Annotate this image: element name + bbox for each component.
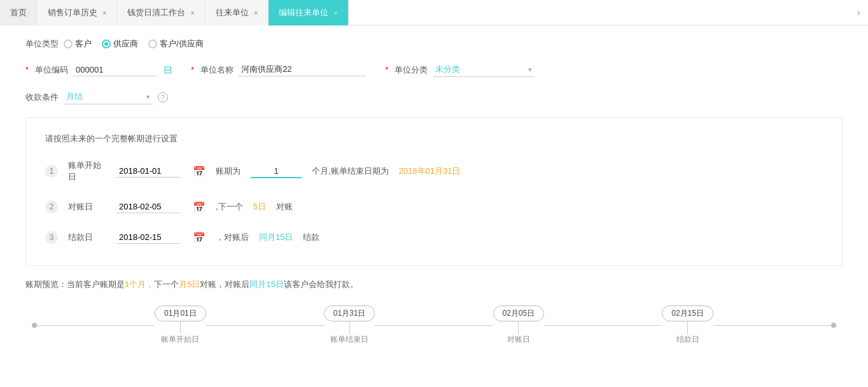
preview-months: 1个月， (125, 279, 154, 289)
radio-supplier-circle (102, 39, 111, 48)
radio-both-circle (148, 39, 157, 48)
period-payment-cal-icon[interactable]: 📅 (193, 232, 206, 244)
payment-terms-value: 月结 (66, 91, 143, 102)
period-num-3: 3 (45, 231, 58, 244)
preview-mid2: 对账，对账后 (200, 279, 249, 289)
period-start-cal-icon[interactable]: 📅 (193, 165, 206, 178)
period-start-suffix: 账期为 (216, 165, 241, 177)
unit-type-row: 单位类型 客户 供应商 客户/供应商 (25, 38, 843, 50)
unit-code-input[interactable] (73, 64, 156, 76)
tab-edit-contacts[interactable]: 编辑往来单位 × (269, 0, 348, 25)
radio-customer-label: 客户 (75, 38, 92, 50)
period-reconcile-suffix: 对账 (276, 201, 293, 213)
unit-type-label: 单位类型 (25, 38, 59, 50)
payment-terms-label: 收款条件 (25, 92, 59, 103)
timeline-node-2: 01月31日 账单结束日 (324, 306, 375, 345)
unit-category-value: 未分类 (435, 64, 524, 75)
payment-terms-row: 收款条件 月结 ▾ ? (25, 90, 843, 104)
timeline-start-dot (32, 323, 37, 328)
radio-customer-circle (64, 39, 73, 48)
timeline-pill-1: 01月01日 (155, 306, 206, 321)
timeline-pill-2: 01月31日 (324, 306, 375, 321)
unit-category-label: 单位分类 (395, 64, 428, 76)
preview-day2: 同月15日 (249, 279, 283, 289)
tab-contacts[interactable]: 往来单位 × (206, 0, 269, 25)
timeline-label-2: 账单结束日 (330, 334, 368, 345)
period-payment-suffix: 结款 (303, 232, 319, 243)
unit-category-star: * (385, 65, 388, 74)
payment-terms-help-icon[interactable]: ? (158, 92, 168, 102)
period-card-title: 请按照未来的一个完整帐期进行设置 (45, 133, 823, 144)
unit-name-input[interactable] (239, 64, 366, 76)
period-month-input[interactable] (251, 165, 302, 178)
tab-home[interactable]: 首页 (0, 0, 38, 25)
period-label-1: 账单开始日 (68, 160, 106, 183)
tab-edit-contacts-close[interactable]: × (333, 9, 337, 17)
unit-name-label: 单位名称 (200, 64, 234, 76)
radio-supplier-label: 供应商 (113, 38, 138, 50)
preview-section: 账期预览：当前客户账期是1个月，下一个月5日对账，对账后同月15日该客户会给我打… (25, 279, 843, 345)
tab-contacts-label: 往来单位 (216, 7, 249, 18)
period-row-3: 3 结款日 📅 ，对账后 同月15日 结款 (45, 231, 823, 244)
timeline-line-1 (37, 325, 155, 326)
unit-name-star: * (191, 65, 194, 74)
radio-both-label: 客户/供应商 (160, 38, 204, 50)
tab-cash-work[interactable]: 钱货日清工作台 × (117, 0, 205, 25)
timeline-pill-4: 02月15日 (662, 306, 713, 321)
payment-terms-item: 收款条件 月结 ▾ ? (25, 90, 168, 104)
timeline-end-dot (831, 323, 836, 328)
payment-terms-select[interactable]: 月结 ▾ (64, 90, 153, 104)
tab-cash-work-label: 钱货日清工作台 (127, 7, 185, 18)
timeline-node-4: 02月15日 结款日 (662, 306, 713, 345)
unit-category-chevron-icon: ▾ (528, 66, 532, 74)
period-row-2: 2 对账日 📅 ,下一个 5日 对账 (45, 201, 823, 213)
period-reconcile-prefix: ,下一个 (216, 201, 243, 213)
tab-contacts-close[interactable]: × (254, 9, 258, 17)
tab-cash-work-close[interactable]: × (190, 9, 194, 17)
radio-customer[interactable]: 客户 (64, 38, 92, 50)
period-reconcile-cal-icon[interactable]: 📅 (193, 201, 206, 213)
timeline-label-1: 账单开始日 (161, 334, 199, 345)
period-reconcile-date-input[interactable] (116, 201, 180, 213)
timeline-line-4 (544, 325, 662, 326)
period-payment-prefix: ，对账后 (216, 232, 249, 243)
timeline-label-4: 结款日 (676, 334, 699, 345)
timeline-label-3: 对账日 (507, 334, 530, 345)
period-reconcile-day-highlight: 5日 (253, 201, 266, 213)
tabs-bar: 首页 销售订单历史 × 钱货日清工作台 × 往来单位 × 编辑往来单位 × › (0, 0, 868, 25)
period-month-desc: 个月,账单结束日期为 (312, 165, 389, 177)
tab-sales-history-close[interactable]: × (102, 9, 106, 17)
timeline-node-3-line (518, 321, 519, 334)
unit-type-item: 单位类型 客户 供应商 客户/供应商 (25, 38, 204, 50)
tab-sales-history[interactable]: 销售订单历史 × (38, 0, 117, 25)
timeline-line-3 (375, 325, 493, 326)
preview-text: 账期预览：当前客户账期是1个月，下一个月5日对账，对账后同月15日该客户会给我打… (25, 279, 843, 290)
unit-category-item: * 单位分类 未分类 ▾ (385, 62, 535, 77)
unit-code-star: * (25, 65, 29, 74)
period-num-2: 2 (45, 201, 58, 213)
timeline-node-4-line (687, 321, 688, 334)
period-payment-date-input[interactable] (116, 231, 180, 244)
timeline-node-2-line (349, 321, 350, 334)
tab-more-button[interactable]: › (850, 0, 868, 25)
period-start-date-input[interactable] (116, 165, 180, 178)
preview-prefix: 账期预览：当前客户账期是 (25, 279, 125, 289)
period-card: 请按照未来的一个完整帐期进行设置 1 账单开始日 📅 账期为 个月,账单结束日期… (25, 117, 843, 266)
period-label-2: 对账日 (68, 201, 106, 213)
timeline-pill-3: 02月05日 (493, 306, 545, 321)
tab-sales-history-label: 销售订单历史 (48, 7, 97, 18)
radio-both[interactable]: 客户/供应商 (148, 38, 204, 50)
timeline: 01月01日 账单开始日 01月31日 账单结束日 02月05日 对账日 (25, 306, 843, 345)
preview-suffix: 该客户会给我打款。 (284, 279, 358, 289)
unit-code-item: * 单位编码 ⊟ (25, 64, 172, 76)
radio-group: 客户 供应商 客户/供应商 (64, 38, 204, 50)
timeline-line-5 (713, 325, 831, 326)
unit-code-copy-icon[interactable]: ⊟ (164, 64, 172, 76)
preview-day1: 月5日 (179, 279, 200, 289)
tab-edit-contacts-label: 编辑往来单位 (279, 7, 328, 18)
unit-code-label: 单位编码 (35, 64, 68, 76)
unit-category-select[interactable]: 未分类 ▾ (433, 62, 535, 77)
period-end-date-highlight: 2018年01月31日 (399, 165, 461, 177)
tab-home-label: 首页 (10, 7, 27, 18)
radio-supplier[interactable]: 供应商 (102, 38, 138, 50)
